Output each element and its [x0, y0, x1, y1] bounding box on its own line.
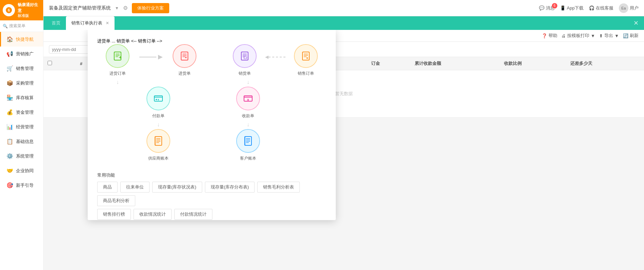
- common-btn-product[interactable]: 商品: [97, 182, 118, 193]
- settings-icon[interactable]: ⚙: [123, 5, 128, 11]
- sidebar-item-finance[interactable]: 💰 资金管理: [0, 105, 43, 120]
- sidebar-item-inventory[interactable]: 🏪 库存核算: [0, 90, 43, 105]
- customer-account-label: 客户账本: [240, 156, 256, 161]
- system-icon: ⚙️: [6, 153, 13, 159]
- sidebar-item-label: 销售管理: [16, 66, 34, 72]
- business-icon: 📊: [6, 124, 13, 130]
- logo-text: 畅康通好生意: [18, 2, 40, 14]
- tab-sales-order[interactable]: 销售订单执行表 ✕: [66, 16, 115, 30]
- search-menu[interactable]: 🔍 搜索菜单: [0, 20, 43, 32]
- svg-text:6: 6: [8, 8, 10, 12]
- marketing-icon: 📢: [6, 51, 13, 57]
- system-title: 装备及固定资产辅助管理系统: [49, 5, 111, 11]
- common-btn-payment-stat[interactable]: 付款情况统计: [174, 209, 212, 220]
- trial-button[interactable]: 体验行业方案: [132, 3, 169, 13]
- purchase-icon: 📦: [6, 80, 13, 86]
- select-all-checkbox[interactable]: [48, 61, 52, 65]
- flow-node-customer-account[interactable]: 客户账本: [228, 129, 268, 161]
- common-btn-sales-profit[interactable]: 销售毛利分析表: [257, 182, 300, 193]
- modal-box: 进货单 ... 销货单 <-- 销售订单 --> 进货订单 ▶: [88, 30, 336, 220]
- tab-sales-order-label: 销售订单执行表: [71, 20, 102, 26]
- home-icon: 🏠: [6, 36, 13, 42]
- sales-bill-icon: [233, 44, 257, 68]
- sidebar-item-label: 企业协同: [16, 168, 34, 174]
- sidebar-item-collab[interactable]: 🤝 企业协同: [0, 163, 43, 178]
- content-area: ❓ 帮助 🖨 按模板打印 ▼ ⬆ 导出 ▼ 🔄 刷新 📅 单据状态: [43, 30, 644, 270]
- receipt-icon: ¥: [236, 87, 260, 110]
- flow-node-purchase-order[interactable]: 进货订单: [97, 44, 138, 76]
- flow-row-1: 进货订单 ▶ 进货单: [97, 44, 326, 79]
- sidebar-item-label: 经营管理: [16, 124, 34, 130]
- logo-icon: 6: [3, 4, 15, 16]
- sales-bill-label: 销货单: [239, 71, 251, 76]
- supplier-account-label: 供应商账本: [148, 156, 169, 161]
- svg-rect-14: [244, 57, 247, 59]
- common-btn-sales-rank[interactable]: 销售排行榜: [97, 209, 131, 220]
- svg-rect-2: [114, 52, 121, 60]
- service-btn[interactable]: 🎧 在线客服: [589, 5, 613, 11]
- col-checkbox[interactable]: [43, 57, 76, 70]
- header-right: 💬 消息 6 📱 App下载 🎧 在线客服 Ea 用户: [539, 3, 639, 13]
- common-btn-partner[interactable]: 往来单位: [120, 182, 150, 193]
- sidebar-item-label: 新手引导: [16, 182, 34, 188]
- guide-icon: 🎯: [6, 182, 13, 188]
- common-btn-stock-status[interactable]: 现存量(库存状况表): [152, 182, 202, 193]
- svg-rect-15: [302, 52, 309, 60]
- main-area: 装备及固定资产辅助管理系统 ▼ ⚙ 体验行业方案 💬 消息 6 📱 App下载 …: [43, 0, 644, 270]
- flow-node-payment[interactable]: ¥ 付款单: [138, 87, 179, 119]
- purchase-order-icon: [106, 44, 129, 68]
- sidebar-item-sales[interactable]: 🛒 销售管理: [0, 61, 43, 76]
- svg-rect-6: [181, 52, 188, 60]
- message-badge: 6: [552, 3, 557, 8]
- tab-home[interactable]: 首页: [46, 16, 66, 30]
- common-btn-stock-dist[interactable]: 现存量(库存分布表): [205, 182, 255, 193]
- search-label: 搜索菜单: [9, 23, 25, 29]
- sidebar-item-marketing[interactable]: 📢 营销推广: [0, 47, 43, 61]
- sales-order-label: 销售订单: [298, 71, 314, 76]
- svg-text:¥: ¥: [158, 98, 159, 101]
- sidebar-item-system[interactable]: ⚙️ 系统管理: [0, 149, 43, 163]
- sidebar-item-purchase[interactable]: 📦 采购管理: [0, 76, 43, 90]
- message-icon: 💬: [539, 5, 544, 11]
- sidebar-nav: 🏠 快捷导航 📢 营销推广 🛒 销售管理 📦 采购管理 🏪 库存核算 💰 资金管…: [0, 32, 43, 270]
- flow-row-2: ¥ 付款单 ¥ 收款单: [97, 87, 326, 122]
- app-download-btn[interactable]: 📱 App下载: [560, 5, 584, 11]
- sidebar-item-business[interactable]: 📊 经营管理: [0, 120, 43, 134]
- flow-node-sales-bill[interactable]: 销货单: [224, 44, 265, 76]
- common-functions-title: 常用功能: [97, 172, 326, 178]
- flow-node-receipt[interactable]: ¥ 收款单: [228, 87, 268, 119]
- flow-node-supplier-account[interactable]: 供应商账本: [138, 129, 179, 161]
- sidebar-item-guide[interactable]: 🎯 新手引导: [0, 178, 43, 193]
- svg-point-21: [156, 99, 157, 100]
- sidebar-item-label: 基础信息: [16, 139, 34, 145]
- flow-node-sales-order[interactable]: 销售订单: [285, 44, 326, 76]
- logo: 6 畅康通好生意 标准版: [0, 0, 43, 20]
- message-btn[interactable]: 💬 消息 6: [539, 5, 555, 11]
- common-btn-receipt-stat[interactable]: 收款情况统计: [134, 209, 172, 220]
- sidebar-item-label: 快捷导航: [16, 36, 34, 42]
- sidebar-item-basic[interactable]: 📋 基础信息: [0, 134, 43, 149]
- purchase-bill-label: 进货单: [178, 71, 191, 76]
- common-btn-product-profit[interactable]: 商品毛利分析: [97, 195, 135, 206]
- tab-bar-close-icon[interactable]: ✕: [631, 19, 641, 27]
- svg-rect-31: [155, 137, 156, 145]
- supplier-account-icon: [146, 129, 170, 153]
- down-arrow-3: ↓: [138, 122, 179, 128]
- flow-node-purchase-bill[interactable]: 进货单: [164, 44, 205, 76]
- common-functions-section: 常用功能 商品 往来单位 现存量(库存状况表) 现存量(库存分布表) 销售毛利分…: [97, 172, 326, 220]
- app-icon: 📱: [560, 5, 565, 11]
- down-arrows-row: ↓ ↓: [97, 79, 326, 87]
- inventory-icon: 🏪: [6, 94, 13, 101]
- modal-overlay: 进货单 ... 销货单 <-- 销售订单 --> 进货订单 ▶: [88, 30, 644, 270]
- avatar: Ea: [619, 3, 628, 13]
- tab-close-icon[interactable]: ✕: [106, 21, 109, 25]
- down-arrow-2: ↓: [228, 79, 268, 85]
- down-arrows-row-2: ↓ ↓: [97, 122, 326, 129]
- service-label: 在线客服: [596, 5, 613, 11]
- user-btn[interactable]: Ea 用户: [619, 3, 639, 13]
- user-label: 用户: [630, 5, 639, 11]
- sales-order-icon: [294, 44, 318, 68]
- sidebar-item-quick[interactable]: 🏠 快捷导航: [0, 32, 43, 47]
- dropdown-icon[interactable]: ▼: [115, 6, 119, 11]
- sidebar-item-label: 库存核算: [16, 95, 34, 101]
